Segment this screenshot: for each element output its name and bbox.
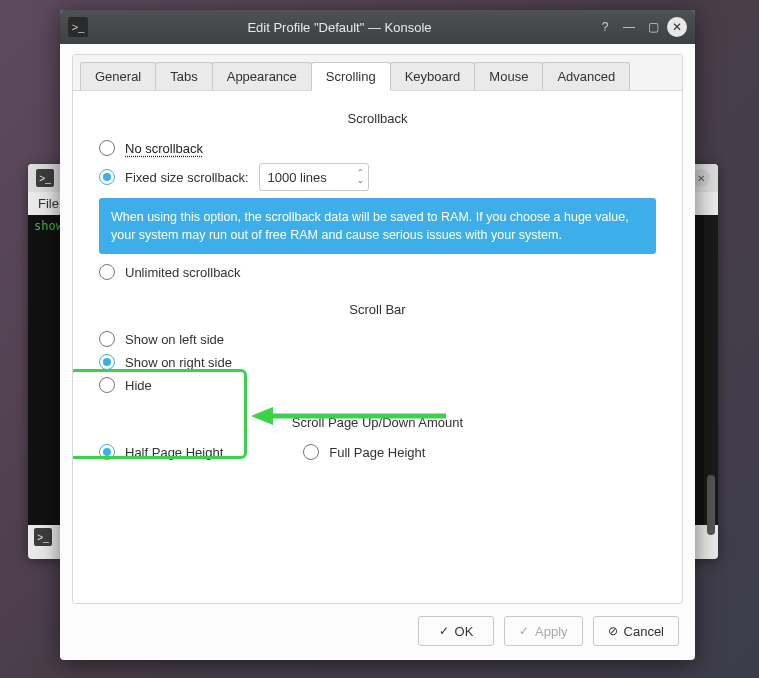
settings-panel: General Tabs Appearance Scrolling Keyboa…	[72, 54, 683, 604]
tab-keyboard[interactable]: Keyboard	[390, 62, 476, 90]
minimize-button[interactable]: —	[619, 17, 639, 37]
label-unlimited-scrollback: Unlimited scrollback	[125, 265, 241, 280]
radio-unlimited-scrollback[interactable]	[99, 264, 115, 280]
ok-button[interactable]: ✓ OK	[418, 616, 494, 646]
scrollback-ram-warning: When using this option, the scrollback d…	[99, 198, 656, 254]
check-icon: ✓	[439, 624, 449, 638]
apply-button-label: Apply	[535, 624, 568, 639]
dialog-button-bar: ✓ OK ✓ Apply ⊘ Cancel	[72, 604, 683, 646]
edit-profile-dialog: >_ Edit Profile "Default" — Konsole ? — …	[60, 10, 695, 660]
bg-terminal-scrollbar[interactable]	[704, 215, 718, 525]
ok-button-label: OK	[455, 624, 474, 639]
bg-terminal-scrollbar-thumb[interactable]	[707, 475, 715, 535]
tab-general[interactable]: General	[80, 62, 156, 90]
label-full-page: Full Page Height	[329, 445, 425, 460]
cancel-button[interactable]: ⊘ Cancel	[593, 616, 679, 646]
check-icon: ✓	[519, 624, 529, 638]
tab-advanced[interactable]: Advanced	[542, 62, 630, 90]
tab-appearance[interactable]: Appearance	[212, 62, 312, 90]
label-no-scrollback: No scrollback	[125, 141, 203, 156]
label-scrollbar-left: Show on left side	[125, 332, 224, 347]
apply-button[interactable]: ✓ Apply	[504, 616, 583, 646]
tab-scrolling[interactable]: Scrolling	[311, 62, 391, 91]
cancel-icon: ⊘	[608, 624, 618, 638]
close-button[interactable]: ✕	[667, 17, 687, 37]
maximize-button[interactable]: ▢	[643, 17, 663, 37]
scrollback-section-title: Scrollback	[99, 111, 656, 126]
tab-mouse[interactable]: Mouse	[474, 62, 543, 90]
scrollbar-section-title: Scroll Bar	[99, 302, 656, 317]
dialog-titlebar: >_ Edit Profile "Default" — Konsole ? — …	[60, 10, 695, 44]
terminal-icon: >_	[36, 169, 54, 187]
scrolling-tab-body: Scrollback No scrollback Fixed size scro…	[73, 91, 682, 603]
tab-bar: General Tabs Appearance Scrolling Keyboa…	[73, 55, 682, 91]
terminal-icon: >_	[68, 17, 88, 37]
dialog-title: Edit Profile "Default" — Konsole	[88, 20, 591, 35]
annotation-highlight-box	[72, 369, 247, 459]
annotation-arrow-icon	[251, 401, 451, 431]
radio-full-page[interactable]	[303, 444, 319, 460]
terminal-tab-icon[interactable]: >_	[34, 528, 52, 546]
fixed-scrollback-spinbox[interactable]: 1000 lines	[259, 163, 369, 191]
tab-tabs[interactable]: Tabs	[155, 62, 212, 90]
help-button[interactable]: ?	[595, 17, 615, 37]
svg-marker-1	[251, 407, 273, 425]
radio-scrollbar-right[interactable]	[99, 354, 115, 370]
label-scrollbar-right: Show on right side	[125, 355, 232, 370]
radio-scrollbar-left[interactable]	[99, 331, 115, 347]
radio-fixed-scrollback[interactable]	[99, 169, 115, 185]
radio-no-scrollback[interactable]	[99, 140, 115, 156]
fixed-scrollback-value: 1000 lines	[268, 170, 327, 185]
cancel-button-label: Cancel	[624, 624, 664, 639]
label-fixed-scrollback: Fixed size scrollback:	[125, 170, 249, 185]
